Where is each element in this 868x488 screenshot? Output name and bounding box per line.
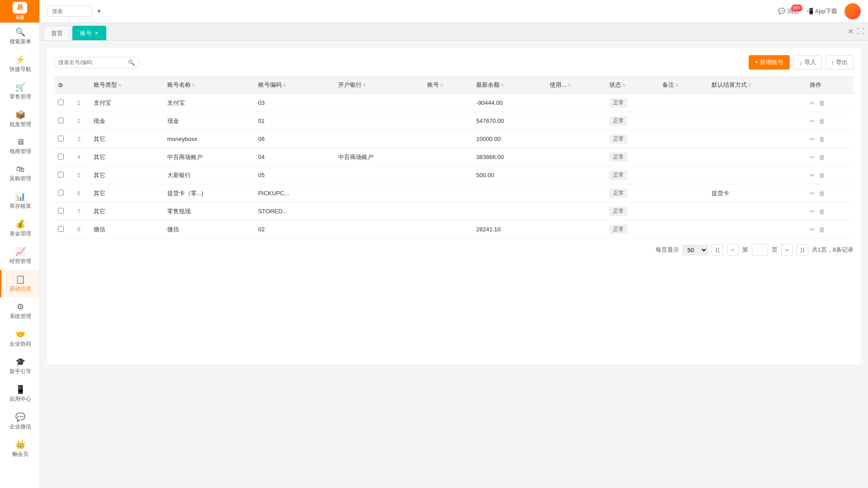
col-num [68,76,90,94]
row-code: 06 [255,130,335,148]
col-account[interactable]: 账号⇅ [424,76,473,94]
col-status[interactable]: 状态⇅ [606,76,659,94]
page-first-button[interactable]: ⟨⟨ [712,244,723,256]
export-button[interactable]: ↑ 导出 [826,55,854,70]
row-checkbox[interactable] [54,148,68,166]
sidebar-item-search-menu[interactable]: 🔍 搜索菜单 [0,23,39,50]
system-mgmt-icon: ⚙ [17,302,24,312]
delete-icon[interactable]: 🗑 [819,226,825,233]
col-bank[interactable]: 开户银行⇅ [335,76,424,94]
message-button[interactable]: 💬 消息 99+ [778,7,799,15]
sidebar-item-wholesale-mgmt[interactable]: 📦 批发管理 [0,105,39,133]
row-remark [659,166,708,184]
sidebar-item-system-mgmt[interactable]: ⚙ 系统管理 [0,297,39,325]
add-account-button[interactable]: + 新增账号 [749,55,790,70]
page-number-input[interactable]: 1 [752,244,768,256]
col-usage[interactable]: 使用...⇅ [546,76,605,94]
row-checkbox[interactable] [54,221,68,239]
delete-icon[interactable]: 🗑 [819,99,825,107]
edit-icon[interactable]: ✏ [810,172,815,179]
page-prev-button[interactable]: ＜ [727,244,739,256]
maximize-window-icon[interactable]: ⛶ [857,28,864,36]
delete-icon[interactable]: 🗑 [819,208,825,215]
sidebar-item-enterprise-agreement[interactable]: 🤝 企业协同 [0,325,39,352]
topbar-search-input[interactable] [47,6,92,17]
search-icon[interactable]: 🔍 [128,59,135,66]
row-usage [546,202,605,221]
sidebar-item-finance-mgmt[interactable]: 💰 资金管理 [0,215,39,242]
col-code[interactable]: 账号编码⇅ [255,76,335,94]
row-bank: 中百商场账户 [335,148,424,166]
row-remark [659,130,708,148]
sidebar-item-operations-mgmt[interactable]: 📈 经营管理 [0,242,39,270]
app-center-icon: 📱 [15,385,25,394]
row-bank [335,94,424,112]
tab-account-close[interactable]: ✕ [94,31,99,36]
app-download-button[interactable]: 📲 App下载 [806,7,837,15]
import-button[interactable]: ↓ 导入 [793,55,822,70]
sidebar-item-ecommerce-mgmt[interactable]: 🖥 电商管理 [0,133,39,160]
sidebar-item-basic-info[interactable]: 📋 基础信息 [0,270,39,297]
edit-icon[interactable]: ✏ [810,226,815,233]
col-type[interactable]: 账号类型⇅ [90,76,164,94]
row-checkbox[interactable] [54,94,68,112]
delete-icon[interactable]: 🗑 [819,117,825,125]
sidebar-item-members[interactable]: 👑 畅会员 [0,435,39,463]
row-default-settlement: 提货卡 [708,184,807,202]
tab-home[interactable]: 首页 [43,26,71,40]
delete-icon[interactable]: 🗑 [819,172,825,179]
sidebar-item-enterprise-wechat[interactable]: 💬 企业微信 [0,408,39,435]
message-badge: 99+ [791,5,802,12]
edit-icon[interactable]: ✏ [810,208,815,215]
col-name[interactable]: 账号名称⇅ [164,76,255,94]
edit-icon[interactable]: ✏ [810,136,815,143]
topbar-right: 💬 消息 99+ 📲 App下载 [778,3,861,19]
row-checkbox[interactable] [54,166,68,184]
delete-icon[interactable]: 🗑 [819,190,825,197]
col-default-settlement[interactable]: 默认结算方式⇅ [708,76,807,94]
topbar-dropdown[interactable]: ▾ [98,8,101,14]
row-checkbox[interactable] [54,184,68,202]
page-size-select[interactable]: 50 100 [683,245,708,255]
delete-icon[interactable]: 🗑 [819,154,825,161]
sidebar-item-newbie-guide[interactable]: 🎓 新手引导 [0,352,39,380]
inventory-check-icon: 📊 [15,192,25,202]
tab-account[interactable]: 账号 ✕ [72,26,106,40]
sidebar-item-retail-mgmt[interactable]: 🛒 零售管理 [0,78,39,105]
row-account [424,166,473,184]
row-status: 正常 [606,112,659,130]
table-header-row: ⚙ 账号类型⇅ 账号名称⇅ 账号编码⇅ 开户银行⇅ 账号⇅ 最新余额⇅ 使用..… [54,76,854,94]
row-checkbox[interactable] [54,112,68,130]
row-usage [546,184,605,202]
row-bank [335,184,424,202]
row-default-settlement [708,202,807,221]
row-type: 其它 [90,184,164,202]
edit-icon[interactable]: ✏ [810,154,815,161]
col-gear[interactable]: ⚙ [54,76,68,94]
row-num: 7 [68,202,90,221]
sidebar-item-purchase-mgmt[interactable]: 🛍 采购管理 [0,160,39,187]
page-next-button[interactable]: ＞ [781,244,793,256]
topbar-left: ▾ [47,6,101,17]
edit-icon[interactable]: ✏ [810,99,815,107]
user-avatar[interactable] [844,3,861,19]
edit-icon[interactable]: ✏ [810,117,815,125]
table-row: 2 现金 现金 01 547670.00 正常 ✏ 🗑 [54,112,854,130]
page-last-button[interactable]: ⟩⟩ [797,244,808,256]
sidebar-item-quick-nav[interactable]: ⚡ 快捷导航 [0,50,39,78]
col-remark[interactable]: 备注⇅ [659,76,708,94]
delete-icon[interactable]: 🗑 [819,136,825,143]
row-checkbox[interactable] [54,202,68,221]
account-search-input[interactable] [58,59,126,66]
row-default-settlement [708,112,807,130]
sidebar-item-inventory-check[interactable]: 📊 库存核算 [0,187,39,215]
sidebar-item-app-center[interactable]: 📱 应用中心 [0,380,39,408]
row-code: 05 [255,166,335,184]
row-code: 03 [255,94,335,112]
edit-icon[interactable]: ✏ [810,190,815,197]
row-default-settlement [708,166,807,184]
col-balance[interactable]: 最新余额⇅ [472,76,546,94]
row-balance [472,184,546,202]
row-checkbox[interactable] [54,130,68,148]
close-window-icon[interactable]: ✕ [848,27,854,36]
